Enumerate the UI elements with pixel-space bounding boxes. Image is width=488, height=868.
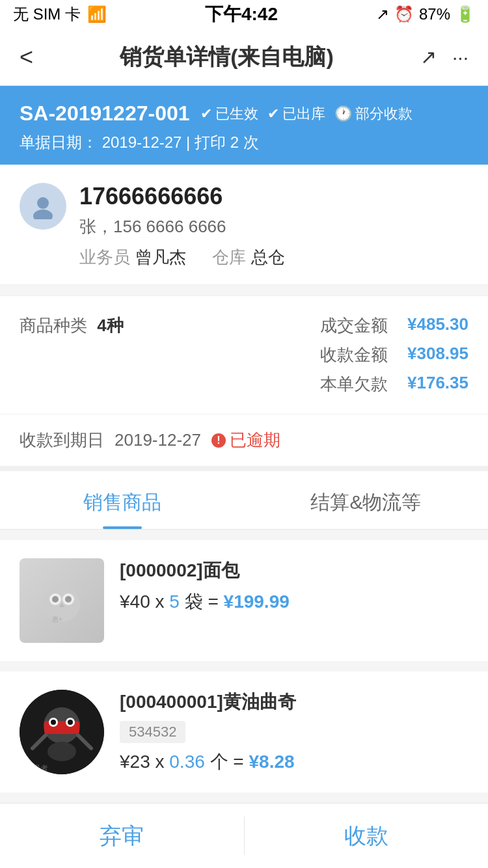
wifi-icon: 📶 bbox=[87, 5, 107, 23]
cancel-button[interactable]: 弃审 bbox=[0, 804, 244, 868]
product-2-equals: = bbox=[233, 752, 249, 772]
svg-point-15 bbox=[51, 720, 56, 725]
salesman-info: 业务员 曾凡杰 bbox=[79, 246, 186, 269]
confirm-button[interactable]: 收款 bbox=[245, 804, 489, 868]
status-partial: 🕐 部分收款 bbox=[334, 104, 413, 124]
deal-amount-value: ¥485.30 bbox=[407, 314, 468, 337]
location-icon: ↗ bbox=[376, 5, 389, 23]
order-header-row1: SA-20191227-001 ✔ 已生效 ✔ 已出库 🕐 部分收款 bbox=[20, 102, 468, 126]
alarm-icon: ⏰ bbox=[394, 5, 414, 23]
product-2-qty: 0.36 bbox=[169, 752, 205, 772]
product-2-unit: 个 bbox=[210, 752, 228, 772]
product-2-info: [000400001]黄油曲奇 534532 ¥23 x 0.36 个 = ¥8… bbox=[120, 690, 468, 774]
product-list: 惠+ [0000002]面包 ¥40 x 5 袋 = ¥199.99 bbox=[0, 540, 488, 793]
share-button[interactable]: ↗ bbox=[420, 46, 437, 68]
product-1-total: ¥199.99 bbox=[224, 591, 290, 612]
bottom-bar: 弃审 收款 bbox=[0, 803, 488, 868]
check-icon-1: ✔ bbox=[200, 105, 212, 122]
due-date-label: 收款到期日 bbox=[20, 429, 104, 452]
nav-bar: < 销货单详情(来自电脑) ↗ ··· bbox=[0, 29, 488, 86]
amount-stats: 成交金额 ¥485.30 收款金额 ¥308.95 本单欠款 ¥176.35 bbox=[320, 314, 468, 396]
customer-section: 17666666666 张，156 6666 6666 业务员 曾凡杰 仓库 总… bbox=[0, 165, 488, 285]
warehouse-value: 总仓 bbox=[251, 246, 285, 269]
svg-text:惠+: 惠+ bbox=[51, 616, 62, 623]
salesman-label: 业务员 bbox=[79, 246, 130, 269]
battery-icon: 🔋 bbox=[455, 5, 475, 23]
salesman-value: 曾凡杰 bbox=[135, 246, 186, 269]
order-date: 单据日期： 2019-12-27 | 打印 2 次 bbox=[20, 132, 468, 153]
avatar bbox=[20, 183, 66, 230]
overdue-dot-icon: ! bbox=[211, 433, 226, 448]
category-label: 商品种类 bbox=[20, 316, 87, 335]
product-1-image: 惠+ bbox=[20, 558, 104, 643]
category-value: 4种 bbox=[97, 316, 123, 335]
product-1-multiply: x bbox=[156, 591, 170, 612]
product-2-tag: 534532 bbox=[120, 721, 185, 743]
svg-text:忍者: 忍者 bbox=[32, 764, 48, 773]
received-label: 收款金额 bbox=[320, 344, 388, 366]
tabs: 销售商品 结算&物流等 bbox=[0, 471, 488, 530]
customer-id: 17666666666 bbox=[79, 183, 468, 210]
product-2-multiply: x bbox=[156, 752, 170, 772]
svg-point-1 bbox=[33, 210, 53, 219]
deal-amount-row: 成交金额 ¥485.30 bbox=[320, 314, 468, 337]
stats-section: 商品种类 4种 成交金额 ¥485.30 收款金额 ¥308.95 本单欠款 ¥… bbox=[0, 295, 488, 414]
product-2-image: 忍者 bbox=[20, 690, 104, 774]
clock-icon: 🕐 bbox=[334, 105, 352, 122]
product-1-unit: 袋 bbox=[185, 591, 203, 612]
product-1-name: [0000002]面包 bbox=[120, 558, 468, 583]
svg-point-11 bbox=[47, 742, 76, 761]
product-item: 惠+ [0000002]面包 ¥40 x 5 袋 = ¥199.99 bbox=[0, 540, 488, 661]
check-icon-2: ✔ bbox=[267, 105, 279, 122]
customer-meta: 业务员 曾凡杰 仓库 总仓 bbox=[79, 246, 468, 269]
due-date-value: 2019-12-27 bbox=[115, 430, 201, 450]
status-badges: ✔ 已生效 ✔ 已出库 🕐 部分收款 bbox=[200, 104, 413, 124]
product-1-price: ¥40 bbox=[120, 591, 150, 612]
product-2-name: [000400001]黄油曲奇 bbox=[120, 690, 468, 714]
warehouse-label: 仓库 bbox=[212, 246, 246, 269]
svg-point-6 bbox=[65, 596, 72, 603]
status-time: 下午4:42 bbox=[205, 2, 278, 27]
due-section: 收款到期日 2019-12-27 ! 已逾期 bbox=[0, 414, 488, 471]
deal-amount-label: 成交金额 bbox=[320, 314, 388, 337]
product-1-equals: = bbox=[208, 591, 223, 612]
svg-point-5 bbox=[52, 596, 59, 603]
category-stat: 商品种类 4种 bbox=[20, 314, 124, 337]
received-row: 收款金额 ¥308.95 bbox=[320, 344, 468, 366]
product-1-info: [0000002]面包 ¥40 x 5 袋 = ¥199.99 bbox=[120, 558, 468, 614]
overdue-label: 已逾期 bbox=[230, 429, 280, 452]
svg-point-16 bbox=[68, 720, 73, 725]
product-1-formula: ¥40 x 5 袋 = ¥199.99 bbox=[120, 590, 468, 614]
status-shipped: ✔ 已出库 bbox=[267, 104, 325, 124]
svg-point-0 bbox=[37, 197, 49, 209]
debt-value: ¥176.35 bbox=[407, 373, 468, 396]
status-bar-right: ↗ ⏰ 87% 🔋 bbox=[376, 5, 475, 23]
overdue-badge: ! 已逾期 bbox=[211, 429, 280, 452]
nav-actions: ↗ ··· bbox=[420, 46, 468, 68]
status-effective: ✔ 已生效 bbox=[200, 104, 258, 124]
product-2-price: ¥23 bbox=[120, 752, 150, 772]
product-1-placeholder: 惠+ bbox=[20, 558, 104, 643]
customer-info: 17666666666 张，156 6666 6666 业务员 曾凡杰 仓库 总… bbox=[79, 183, 468, 269]
battery-label: 87% bbox=[419, 5, 450, 23]
debt-label: 本单欠款 bbox=[320, 373, 388, 396]
status-bar: 无 SIM 卡 📶 下午4:42 ↗ ⏰ 87% 🔋 bbox=[0, 0, 488, 29]
product-2-total: ¥8.28 bbox=[249, 752, 294, 772]
received-value: ¥308.95 bbox=[407, 344, 468, 366]
order-header: SA-20191227-001 ✔ 已生效 ✔ 已出库 🕐 部分收款 单据日期：… bbox=[0, 86, 488, 165]
product-1-qty: 5 bbox=[169, 591, 180, 612]
customer-name-phone: 张，156 6666 6666 bbox=[79, 215, 468, 238]
warehouse-info: 仓库 总仓 bbox=[212, 246, 285, 269]
tab-settlement-logistics[interactable]: 结算&物流等 bbox=[244, 471, 488, 529]
product-2-formula: ¥23 x 0.36 个 = ¥8.28 bbox=[120, 750, 468, 774]
page-title: 销货单详情(来自电脑) bbox=[120, 42, 334, 72]
order-id: SA-20191227-001 bbox=[20, 102, 190, 126]
carrier-label: 无 SIM 卡 bbox=[13, 4, 81, 25]
status-bar-left: 无 SIM 卡 📶 bbox=[13, 4, 107, 25]
more-button[interactable]: ··· bbox=[452, 46, 468, 68]
debt-row: 本单欠款 ¥176.35 bbox=[320, 373, 468, 396]
back-button[interactable]: < bbox=[20, 44, 33, 71]
product-item: 忍者 [000400001]黄油曲奇 534532 ¥23 x 0.36 个 =… bbox=[0, 671, 488, 793]
tab-sales-products[interactable]: 销售商品 bbox=[0, 471, 244, 529]
